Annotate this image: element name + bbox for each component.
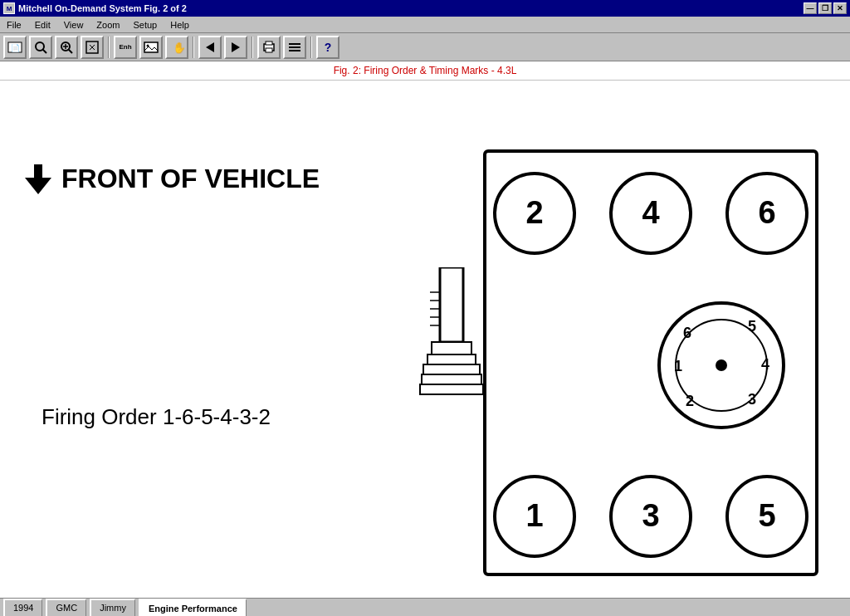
toolbar-fit-button[interactable]: [81, 36, 104, 59]
svg-text:4: 4: [642, 195, 659, 230]
front-vehicle-text: FRONT OF VEHICLE: [61, 164, 320, 194]
menu-file[interactable]: File: [3, 18, 25, 32]
svg-text:3: 3: [748, 391, 756, 408]
firing-order-text: Firing Order 1-6-5-4-3-2: [42, 404, 271, 430]
menu-zoom[interactable]: Zoom: [93, 18, 123, 32]
svg-text:6: 6: [683, 325, 691, 341]
svg-text:5: 5: [758, 498, 775, 533]
svg-text:2: 2: [525, 195, 543, 230]
status-bar: 1994 GMC Jimmy Engine Performance: [0, 598, 850, 616]
figure-title: Fig. 2: Firing Order & Timing Marks - 4.…: [0, 61, 850, 81]
status-tab-make[interactable]: GMC: [46, 599, 86, 617]
toolbar-help-button[interactable]: ?: [316, 36, 340, 59]
svg-rect-21: [289, 50, 300, 51]
svg-rect-47: [427, 354, 476, 364]
menu-bar: File Edit View Zoom Setup Help: [0, 17, 850, 33]
svg-text:1: 1: [674, 358, 682, 374]
svg-marker-22: [25, 164, 51, 194]
toolbar-image-button[interactable]: [139, 36, 163, 59]
toolbar: 📄 Enh ✋: [0, 33, 850, 61]
svg-rect-17: [266, 42, 272, 45]
svg-point-38: [716, 359, 727, 371]
svg-rect-19: [289, 43, 300, 45]
toolbar-sep-2: [193, 37, 194, 58]
svg-line-3: [42, 49, 46, 53]
restore-button[interactable]: ❐: [818, 2, 832, 14]
toolbar-hand-button[interactable]: ✋: [165, 36, 188, 59]
toolbar-print-button[interactable]: [257, 36, 281, 59]
menu-edit[interactable]: Edit: [32, 18, 54, 32]
svg-rect-50: [420, 384, 483, 394]
app-icon: M: [3, 2, 15, 14]
toolbar-sep-1: [108, 37, 110, 58]
toolbar-sep-3: [252, 37, 253, 58]
window-title: Mitchell On-Demand System Fig. 2 of 2: [18, 3, 187, 13]
svg-text:2: 2: [686, 393, 694, 409]
svg-rect-49: [422, 374, 481, 384]
menu-help[interactable]: Help: [167, 18, 193, 32]
toolbar-sep-4: [310, 37, 312, 58]
svg-text:📄: 📄: [11, 43, 21, 53]
svg-rect-45: [440, 267, 463, 342]
svg-text:6: 6: [758, 195, 775, 230]
svg-text:✋: ✋: [173, 41, 184, 55]
status-tab-year[interactable]: 1994: [3, 599, 42, 617]
toolbar-search-button[interactable]: [29, 36, 52, 59]
svg-marker-14: [206, 42, 214, 52]
svg-text:5: 5: [748, 318, 756, 335]
svg-rect-48: [423, 364, 480, 374]
status-tab-model[interactable]: Jimmy: [90, 599, 135, 617]
main-content: FRONT OF VEHICLE Firing Order 1-6-5-4-3-…: [0, 81, 850, 599]
svg-rect-20: [289, 46, 300, 48]
distributor-shaft: [407, 267, 506, 403]
toolbar-settings-button[interactable]: [283, 36, 306, 59]
minimize-button[interactable]: —: [804, 2, 817, 14]
front-arrow-icon: [25, 164, 51, 194]
menu-setup[interactable]: Setup: [129, 18, 160, 32]
close-button[interactable]: ✕: [833, 2, 847, 14]
toolbar-enhance-button[interactable]: Enh: [114, 36, 137, 59]
menu-view[interactable]: View: [61, 18, 87, 32]
front-of-vehicle-label: FRONT OF VEHICLE: [25, 164, 320, 194]
title-bar: M Mitchell On-Demand System Fig. 2 of 2 …: [0, 0, 850, 17]
toolbar-next-button[interactable]: [224, 36, 247, 59]
status-tab-category[interactable]: Engine Performance: [139, 599, 247, 617]
toolbar-zoom-in-button[interactable]: [55, 36, 78, 59]
svg-rect-46: [432, 342, 471, 354]
window-controls: — ❐ ✕: [804, 2, 847, 14]
engine-diagram: 2 4 6 1 3 5 6 5: [468, 147, 817, 587]
svg-text:3: 3: [642, 498, 659, 533]
toolbar-back-button[interactable]: 📄: [3, 36, 27, 59]
svg-rect-11: [144, 42, 158, 52]
svg-marker-15: [232, 42, 240, 52]
toolbar-prev-button[interactable]: [198, 36, 222, 59]
svg-text:4: 4: [761, 356, 769, 373]
svg-text:1: 1: [525, 498, 543, 533]
svg-rect-18: [266, 48, 272, 52]
svg-line-5: [68, 49, 72, 53]
